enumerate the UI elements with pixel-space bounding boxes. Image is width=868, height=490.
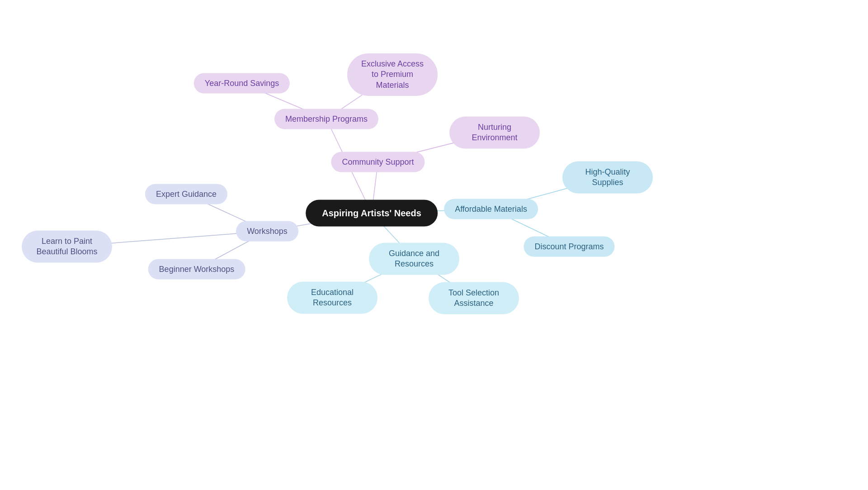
- node-nurturing: Nurturing Environment: [449, 117, 540, 149]
- node-guidance: Guidance and Resources: [369, 243, 459, 275]
- node-workshops: Workshops: [236, 221, 298, 242]
- node-highquality: High-Quality Supplies: [562, 162, 653, 194]
- node-learn: Learn to Paint Beautiful Blooms: [22, 231, 112, 263]
- mindmap-container: Aspiring Artists' NeedsMembership Progra…: [0, 0, 868, 490]
- node-exclusive: Exclusive Access to Premium Materials: [347, 53, 438, 96]
- node-educational: Educational Resources: [287, 282, 377, 314]
- node-membership: Membership Programs: [274, 109, 378, 129]
- node-discount: Discount Programs: [524, 237, 614, 257]
- node-expert: Expert Guidance: [145, 184, 227, 205]
- node-tool: Tool Selection Assistance: [429, 282, 519, 314]
- node-year-round: Year-Round Savings: [194, 73, 290, 94]
- node-community: Community Support: [331, 152, 425, 172]
- node-affordable: Affordable Materials: [444, 199, 538, 219]
- node-beginner: Beginner Workshops: [148, 259, 245, 280]
- center-node: Aspiring Artists' Needs: [306, 200, 438, 227]
